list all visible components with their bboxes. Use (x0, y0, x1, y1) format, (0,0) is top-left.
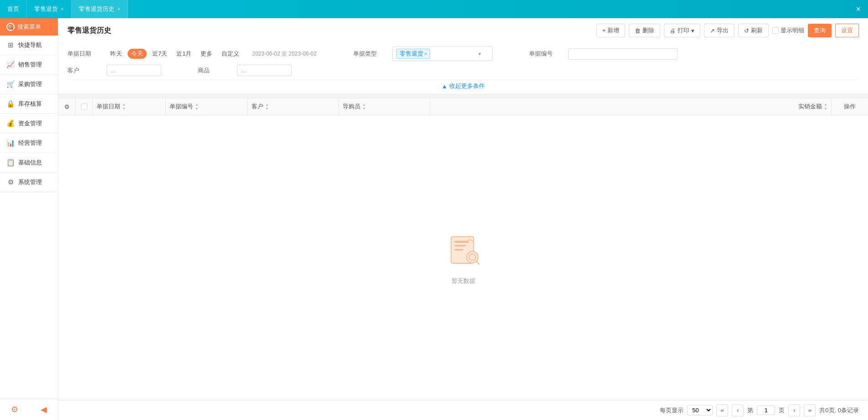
th-customer[interactable]: 客户 ▲ ▼ (248, 98, 339, 115)
page-size-label: 每页显示 (660, 406, 683, 415)
sidebar-item-label: 采购管理 (18, 80, 42, 88)
svg-rect-2 (454, 245, 466, 246)
sidebar-item-operations[interactable]: 📊 经营管理 (0, 133, 58, 153)
page-title-bar: 零售退货历史 + 新增 🗑 删除 🖨 打印 ▾ ↗ 导出 (67, 24, 859, 37)
print-arrow-icon: ▾ (691, 27, 694, 34)
svg-rect-3 (454, 249, 463, 251)
sidebar-item-purchase-mgmt[interactable]: 🛒 采购管理 (0, 75, 58, 94)
purchase-icon: 🛒 (6, 80, 15, 88)
goods-ellipsis: ... (241, 67, 246, 74)
th-guide[interactable]: 导购员 ▲ ▼ (339, 98, 430, 115)
sort-up-icon: ▲ (362, 103, 366, 107)
prev-page-button[interactable]: ‹ (732, 405, 744, 416)
date-opt-custom[interactable]: 自定义 (218, 49, 243, 59)
first-page-button[interactable]: « (716, 405, 728, 416)
sidebar-item-sales-mgmt[interactable]: 📈 销售管理 (0, 55, 58, 75)
export-button[interactable]: ↗ 导出 (704, 24, 734, 37)
sort-up-icon: ▲ (265, 103, 269, 107)
sidebar-item-label: 系统管理 (18, 178, 42, 186)
goods-section: 商品 ... (198, 65, 292, 76)
print-button[interactable]: 🖨 打印 ▾ (664, 24, 700, 37)
gear-icon: ⚙ (64, 103, 70, 110)
th-date-label: 单据日期 (97, 102, 120, 111)
sidebar-settings-btn[interactable]: ⚙ (6, 403, 23, 416)
total-label: 共0页, 0条记录 (819, 406, 859, 415)
guide-sort-icons: ▲ ▼ (362, 103, 366, 111)
bill-type-tag-close[interactable]: × (424, 51, 427, 56)
tab-home[interactable]: 首页 (0, 0, 27, 18)
collapse-button[interactable]: ▲ 收起更多条件 (67, 80, 859, 92)
date-opt-more[interactable]: 更多 (197, 49, 216, 59)
topbar-close-button[interactable]: × (848, 5, 868, 14)
sidebar-search[interactable]: 🔍 搜索菜单 (0, 18, 58, 36)
sort-down-icon: ▼ (195, 107, 199, 111)
goods-input[interactable]: ... (237, 65, 292, 76)
page-actions: + 新增 🗑 删除 🖨 打印 ▾ ↗ 导出 ↺ (596, 24, 859, 37)
date-filter-section: 单据日期 昨天 今天 近7天 近1月 更多 自定义 2023-06-02 至 2… (67, 49, 317, 59)
sort-down-icon: ▼ (362, 107, 366, 111)
table-header: ⚙ 单据日期 ▲ ▼ 单据编号 ▲ ▼ (58, 98, 868, 115)
th-billno[interactable]: 单据编号 ▲ ▼ (166, 98, 248, 115)
query-button[interactable]: 查询 (808, 24, 832, 37)
page-number-input[interactable]: 1 (757, 405, 775, 415)
print-icon: 🖨 (670, 27, 676, 34)
delete-button[interactable]: 🗑 删除 (629, 24, 660, 37)
refresh-button[interactable]: ↺ 刷新 (738, 24, 769, 37)
empty-text: 暂无数据 (452, 277, 475, 285)
th-date[interactable]: 单据日期 ▲ ▼ (93, 98, 166, 115)
th-guide-label: 导购员 (343, 102, 360, 111)
date-opt-yesterday[interactable]: 昨天 (107, 49, 126, 59)
tab-return-label: 零售退货 (34, 5, 58, 13)
sidebar-item-quick-nav[interactable]: ⊞ 快捷导航 (0, 36, 58, 55)
empty-state-icon (443, 230, 484, 271)
topbar: 首页 零售退货 × 零售退货历史 × × (0, 0, 868, 18)
delete-icon: 🗑 (635, 27, 641, 34)
sidebar-item-inventory[interactable]: 🔒 库存核算 (0, 94, 58, 114)
th-check[interactable] (76, 98, 93, 115)
th-gear[interactable]: ⚙ (58, 98, 76, 115)
tab-return-close[interactable]: × (61, 6, 64, 12)
sidebar-item-label: 经营管理 (18, 139, 42, 147)
display-mingxi-label: 显示明细 (781, 26, 804, 35)
customer-ellipsis: ... (111, 67, 116, 74)
page-size-select[interactable]: 50 10 20 100 (687, 405, 713, 415)
tab-history[interactable]: 零售退货历史 × (72, 0, 128, 18)
date-opt-today[interactable]: 今天 (128, 49, 147, 59)
date-opt-7days[interactable]: 近7天 (149, 49, 171, 59)
page-suffix: 页 (779, 406, 785, 415)
display-mingxi-checkbox[interactable] (772, 27, 779, 34)
tab-history-close[interactable]: × (117, 6, 120, 12)
th-checkbox[interactable] (81, 103, 87, 110)
date-range-display: 2023-06-02 至 2023-06-02 (252, 50, 316, 58)
sidebar-search-label: 搜索菜单 (17, 23, 41, 31)
sort-down-icon: ▼ (824, 107, 827, 111)
last-page-button[interactable]: » (804, 405, 816, 416)
sidebar-item-system[interactable]: ⚙ 系统管理 (0, 173, 58, 192)
bill-no-input[interactable] (568, 48, 678, 60)
next-page-button[interactable]: › (788, 405, 800, 416)
customer-input[interactable]: ... (107, 65, 161, 76)
bill-type-select[interactable]: 零售退货 × ▾ (392, 46, 493, 61)
goods-label: 商品 (198, 67, 230, 75)
sort-down-icon: ▼ (265, 107, 269, 111)
setting-button[interactable]: 设置 (835, 24, 859, 37)
sidebar-collapse-btn[interactable]: ◀ (36, 403, 51, 416)
inventory-icon: 🔒 (6, 100, 15, 108)
page-prefix: 第 (747, 406, 753, 415)
tab-return[interactable]: 零售退货 × (27, 0, 72, 18)
sidebar-item-basic-info[interactable]: 📋 基础信息 (0, 153, 58, 173)
bill-type-label: 单据类型 (353, 50, 385, 58)
sidebar-item-label: 资金管理 (18, 119, 42, 128)
layout: 🔍 搜索菜单 ⊞ 快捷导航 📈 销售管理 🛒 采购管理 🔒 库存核算 💰 (0, 18, 868, 420)
th-action-label: 操作 (844, 102, 856, 111)
sort-up-icon: ▲ (195, 103, 199, 107)
date-opt-1month[interactable]: 近1月 (173, 49, 195, 59)
bill-type-arrow-icon: ▾ (478, 51, 481, 57)
display-mingxi-toggle[interactable]: 显示明细 (772, 26, 804, 35)
bill-type-section: 单据类型 零售退货 × ▾ (353, 46, 493, 61)
sidebar-item-finance[interactable]: 💰 资金管理 (0, 114, 58, 133)
sort-up-icon: ▲ (824, 103, 827, 107)
export-icon: ↗ (710, 27, 715, 34)
new-button[interactable]: + 新增 (596, 24, 625, 37)
th-amount[interactable]: 实销金额 ▲ ▼ (430, 98, 832, 115)
